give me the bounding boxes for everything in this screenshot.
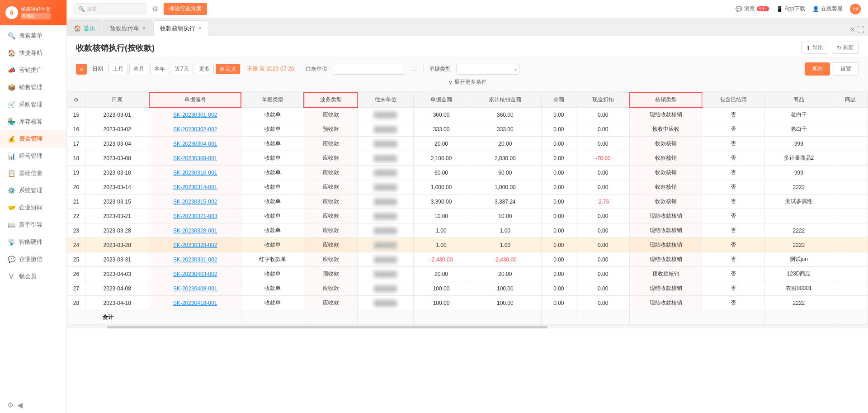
- table-gear-icon[interactable]: ⚙: [74, 97, 79, 103]
- sidebar-item-label-basic: 基础信息: [19, 169, 42, 177]
- singleno-link[interactable]: SK-20230315-002: [173, 199, 217, 205]
- close-tab-btn[interactable]: ✕: [849, 25, 855, 34]
- filter-expand-button[interactable]: »: [76, 64, 87, 75]
- singleno-link[interactable]: SK-20230331-002: [173, 256, 217, 263]
- cell-include-settled: 否: [702, 267, 765, 281]
- singleno-link[interactable]: SK-20230418-001: [173, 300, 217, 306]
- cell-singleno: SK-20230304-001: [149, 137, 241, 151]
- singleno-link[interactable]: SK-20230328-001: [173, 228, 217, 234]
- cell-goods: 999: [765, 166, 833, 180]
- tabbar-actions: ✕ ⛶: [849, 25, 868, 36]
- singleno-link[interactable]: SK-20230314-001: [173, 184, 217, 190]
- sidebar-item-search[interactable]: 🔍搜索菜单: [0, 27, 66, 44]
- cell-goods: 2222: [765, 238, 833, 252]
- online-service-item[interactable]: 👤 在线客服: [812, 5, 843, 13]
- cell-singleno: SK-20230301-002: [149, 108, 241, 122]
- singleno-link[interactable]: SK-20230310-001: [173, 170, 217, 176]
- sidebar-item-quick[interactable]: 🏠快捷导航: [0, 44, 66, 62]
- cell-writeoff: 20.00: [469, 137, 542, 151]
- date-btn-more[interactable]: 更多: [195, 64, 214, 74]
- sidebar-item-hardware[interactable]: 📡智能硬件: [0, 233, 66, 251]
- expand-tab-btn[interactable]: ⛶: [857, 26, 864, 34]
- sidebar-item-sales[interactable]: 📦销售管理: [0, 79, 66, 96]
- tab-prepay-close[interactable]: ✕: [142, 26, 146, 31]
- cell-singletype: 收款单: [241, 281, 304, 296]
- filter-settings-button[interactable]: 设置: [833, 62, 859, 76]
- cell-amount: 100.00: [413, 296, 469, 310]
- date-btn-7days[interactable]: 近7天: [171, 64, 193, 74]
- sidebar-item-system[interactable]: ⚙️系统管理: [0, 182, 66, 199]
- date-btn-this-month[interactable]: 本月: [129, 64, 148, 74]
- message-item[interactable]: 💬 消息 99+: [736, 5, 769, 13]
- date-btn-last-month[interactable]: 上月: [108, 64, 127, 74]
- cell-singleno: SK-20230418-001: [149, 296, 241, 310]
- cell-num: 16: [67, 122, 85, 137]
- col-header-gear[interactable]: ⚙: [67, 92, 85, 108]
- receipt-type-select[interactable]: [456, 64, 519, 75]
- cell-partner: ██████: [358, 137, 414, 151]
- table-row: 19 2023-03-10 SK-20230310-001 收款单 应收款 ██…: [67, 166, 868, 180]
- col-header-goods2: 商品: [833, 92, 868, 108]
- singleno-link[interactable]: SK-20230403-002: [173, 271, 217, 277]
- export-button[interactable]: ⬆ 导出: [801, 42, 828, 54]
- cell-singleno: SK-20230408-001: [149, 281, 241, 296]
- date-btn-this-year[interactable]: 本年: [150, 64, 169, 74]
- search-icon: 🔍: [78, 6, 85, 12]
- date-btn-custom[interactable]: 自定义: [216, 64, 240, 74]
- singleno-link[interactable]: SK-20230321-003: [173, 213, 217, 219]
- singleno-link[interactable]: SK-20230304-001: [173, 141, 217, 147]
- sidebar-item-label-collab: 企业协同: [19, 204, 42, 212]
- sidebar-item-operation[interactable]: 📊经营管理: [0, 147, 66, 165]
- query-button[interactable]: 查询: [805, 62, 830, 76]
- cell-writeoff: 60.00: [469, 166, 542, 180]
- expand-more-conditions[interactable]: ∨ 展开更多条件: [76, 76, 859, 87]
- refresh-button[interactable]: ↻ 刷新: [832, 42, 859, 54]
- user-avatar[interactable]: Rit: [850, 4, 861, 14]
- settings-icon[interactable]: ⚙: [7, 401, 14, 409]
- tab-writeoff-close[interactable]: ✕: [198, 26, 202, 31]
- sidebar-item-marketing[interactable]: 📣营销推广: [0, 62, 66, 79]
- cell-balance: 0.00: [541, 252, 576, 267]
- sidebar-item-guide[interactable]: 📖新手引导: [0, 216, 66, 233]
- sidebar-item-basic[interactable]: 📋基础信息: [0, 165, 66, 182]
- collapse-icon[interactable]: ◀: [17, 401, 23, 409]
- sidebar-item-inventory[interactable]: 🏪库存核算: [0, 113, 66, 130]
- app-download-item[interactable]: 📱 App下载: [776, 5, 805, 13]
- cell-biztype: 应收款: [304, 195, 357, 209]
- sidebar-item-wechat[interactable]: 💬企业微信: [0, 251, 66, 268]
- singleno-link[interactable]: SK-20230328-002: [173, 242, 217, 248]
- tab-prepay[interactable]: 预收应付单 ✕: [103, 20, 152, 36]
- cell-goods2: [833, 137, 868, 151]
- singleno-link[interactable]: SK-20230308-001: [173, 155, 217, 161]
- table-row: 26 2023-04-03 SK-20230403-002 收款单 预收款 ██…: [67, 267, 868, 281]
- cell-writetype: 现结收款核销: [630, 296, 702, 310]
- sidebar-item-member[interactable]: V畅会员: [0, 268, 66, 285]
- cell-writetype: 收款核销: [630, 166, 702, 180]
- cell-writeoff: 2,030.00: [469, 151, 542, 166]
- cell-goods: 测试jun: [765, 252, 833, 267]
- cell-amount: 20.00: [413, 267, 469, 281]
- topbar-search-box[interactable]: 🔍 搜索: [74, 3, 146, 14]
- cell-include-settled: 否: [702, 122, 765, 137]
- tab-writeoff[interactable]: 收款核销执行 ✕: [153, 20, 208, 36]
- table-row: 25 2023-03-31 SK-20230331-002 红字收款单 应收款 …: [67, 252, 868, 267]
- horizontal-scrollbar[interactable]: [67, 325, 868, 328]
- singleno-link[interactable]: SK-20230302-002: [173, 126, 217, 133]
- search-icon: 🔍: [7, 32, 15, 40]
- sidebar-item-purchase[interactable]: 🛒采购管理: [0, 96, 66, 113]
- cell-num: 28: [67, 296, 85, 310]
- sidebar-item-collab[interactable]: 🤝企业协同: [0, 199, 66, 216]
- cell-writeoff: 20.00: [469, 267, 542, 281]
- topbar-right: 💬 消息 99+ 📱 App下载 👤 在线客服 Rit: [736, 4, 861, 14]
- service-icon: 👤: [812, 6, 819, 12]
- tab-home[interactable]: 🏠 首页: [67, 20, 102, 36]
- cell-goods: 测试多属性: [765, 195, 833, 209]
- cell-include-settled: 否: [702, 238, 765, 252]
- singleno-link[interactable]: SK-20230301-002: [173, 112, 217, 118]
- cell-amount: 333.00: [413, 122, 469, 137]
- topbar-gear-icon[interactable]: ⚙: [152, 5, 158, 13]
- industry-solution-button[interactable]: 体验行业方案: [164, 3, 207, 15]
- sidebar-item-finance[interactable]: 💰资金管理: [0, 130, 66, 147]
- partner-filter-input[interactable]: [333, 64, 405, 75]
- singleno-link[interactable]: SK-20230408-001: [173, 285, 217, 292]
